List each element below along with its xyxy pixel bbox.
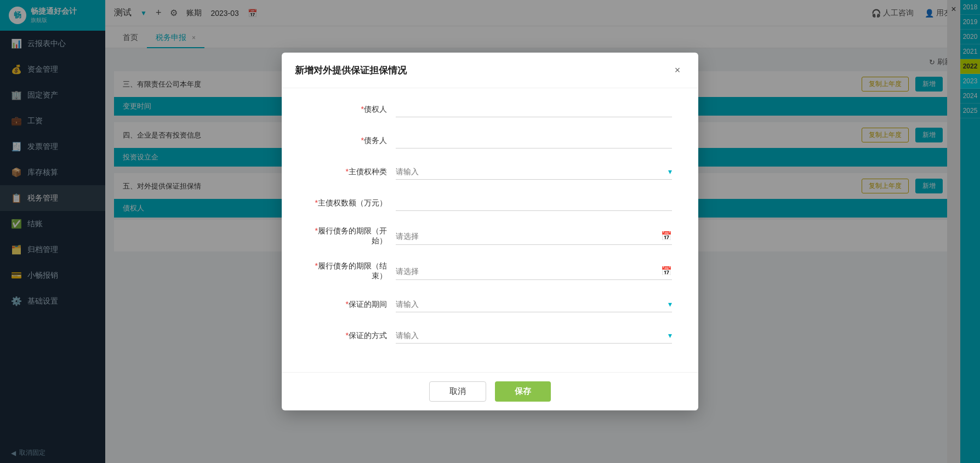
form-row-debtor: *债务人 [308,133,672,148]
required-star-debtor: * [361,136,364,145]
input-debt-amount[interactable] [396,195,672,211]
label-debt-type: *主债权种类 [308,167,396,177]
date-end-wrapper: 📅 [396,262,672,280]
select-guarantee-period[interactable]: ▾ [396,296,672,312]
select-guarantee-method[interactable]: ▾ [396,328,672,344]
modal-title: 新增对外提供保证担保情况 [295,64,407,77]
chevron-down-icon-gmethod: ▾ [668,331,672,340]
required-star-start: * [315,226,318,235]
label-start-date: *履行债务的期限（开始） [308,226,396,246]
modal-dialog: 新增对外提供保证担保情况 × *债权人 *债务人 [282,53,698,410]
label-creditor: *债权人 [308,105,396,115]
form-row-guarantee-method: *保证的方式 ▾ [308,328,672,344]
required-star-amount: * [315,198,318,207]
save-button[interactable]: 保存 [495,381,551,402]
label-guarantee-period: *保证的期间 [308,300,396,310]
date-start-wrapper: 📅 [396,227,672,245]
label-debtor: *债务人 [308,136,396,146]
calendar-start-icon[interactable]: 📅 [661,231,672,241]
modal-footer: 取消 保存 [282,372,698,410]
input-creditor[interactable] [396,101,672,117]
label-guarantee-method: *保证的方式 [308,331,396,341]
select-debt-type[interactable]: ▾ [396,164,672,180]
required-star-end: * [315,261,318,270]
input-debt-type[interactable] [396,167,668,176]
required-star: * [361,105,364,113]
form-row-debt-type: *主债权种类 ▾ [308,164,672,180]
form-row-guarantee-period: *保证的期间 ▾ [308,296,672,312]
chevron-down-icon-debt-type: ▾ [668,167,672,176]
input-guarantee-method[interactable] [396,331,668,340]
form-row-debt-amount: *主债权数额（万元） [308,195,672,211]
modal-header: 新增对外提供保证担保情况 × [282,53,698,88]
input-debtor[interactable] [396,133,672,148]
required-star-gperiod: * [346,300,349,308]
chevron-down-icon-gperiod: ▾ [668,300,672,308]
modal-overlay: 新增对外提供保证担保情况 × *债权人 *债务人 [0,0,980,463]
calendar-end-icon[interactable]: 📅 [661,266,672,276]
label-end-date: *履行债务的期限（结束） [308,261,396,281]
modal-close-button[interactable]: × [670,62,685,78]
cancel-button[interactable]: 取消 [429,381,486,402]
form-row-creditor: *债权人 [308,101,672,117]
form-row-start-date: *履行债务的期限（开始） 📅 [308,226,672,246]
input-end-date[interactable] [396,267,661,276]
label-debt-amount: *主债权数额（万元） [308,198,396,208]
form-row-end-date: *履行债务的期限（结束） 📅 [308,261,672,281]
modal-body: *债权人 *债务人 *主债权种类 [282,88,698,372]
input-guarantee-period[interactable] [396,300,668,308]
required-star-gmethod: * [346,331,349,340]
required-star-debt-type: * [346,167,349,176]
input-start-date[interactable] [396,232,661,241]
